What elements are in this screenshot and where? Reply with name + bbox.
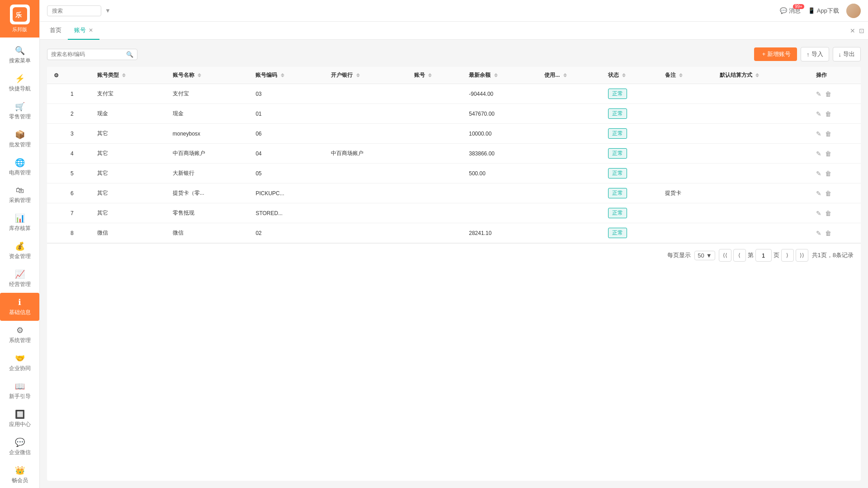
cell-usage bbox=[539, 183, 602, 203]
sidebar-item-operations-mgmt[interactable]: 📈 经营管理 bbox=[0, 265, 39, 293]
cell-latest-balance: 28241.10 bbox=[463, 223, 539, 243]
top-search-input[interactable] bbox=[47, 5, 101, 16]
cell-actions: ✎ 🗑 bbox=[811, 203, 861, 223]
delete-button[interactable]: 🗑 bbox=[825, 90, 831, 98]
cell-usage bbox=[539, 164, 602, 183]
action-buttons: ✎ 🗑 bbox=[816, 110, 855, 117]
cell-index: 5 bbox=[65, 164, 92, 183]
tab-close-icon[interactable]: ✕ bbox=[89, 27, 93, 33]
col-account-code[interactable]: 账号编码 bbox=[250, 67, 326, 84]
sidebar-item-label: 畅会员 bbox=[12, 477, 28, 484]
avatar[interactable] bbox=[846, 4, 861, 18]
col-note[interactable]: 备注 bbox=[660, 67, 714, 84]
edit-button[interactable]: ✎ bbox=[816, 130, 821, 137]
sidebar-item-search-menu[interactable]: 🔍 搜索菜单 bbox=[0, 41, 39, 69]
col-bank[interactable]: 开户银行 bbox=[326, 67, 409, 84]
col-account-no[interactable]: 账号 bbox=[409, 67, 463, 84]
page-first-button[interactable]: ⟨⟨ bbox=[719, 249, 731, 262]
sidebar-item-label: 库存核算 bbox=[9, 225, 31, 232]
edit-button[interactable]: ✎ bbox=[816, 110, 821, 117]
cell-usage bbox=[539, 104, 602, 124]
cell-account-name: 支付宝 bbox=[167, 84, 250, 104]
page-prev-button[interactable]: ⟨ bbox=[733, 249, 746, 262]
search-input[interactable] bbox=[51, 51, 126, 57]
sidebar-item-quick-nav[interactable]: ⚡ 快捷导航 bbox=[0, 69, 39, 97]
sidebar-item-enterprise-agreement[interactable]: 🤝 企业协同 bbox=[0, 349, 39, 377]
tab-home[interactable]: 首页 bbox=[43, 22, 68, 40]
message-badge: 99+ bbox=[793, 4, 804, 9]
cell-status: 正常 bbox=[603, 84, 660, 104]
edit-button[interactable]: ✎ bbox=[816, 90, 821, 98]
sidebar-item-wholesale-mgmt[interactable]: 📦 批发管理 bbox=[0, 125, 39, 153]
page-nav: ⟨⟨ ⟨ 第 页 ⟩ ⟩⟩ bbox=[719, 249, 808, 262]
tab-close-all-icon[interactable]: ✕ bbox=[850, 27, 855, 34]
sidebar-menu: 🔍 搜索菜单 ⚡ 快捷导航 🛒 零售管理 📦 批发管理 🌐 电商管理 🛍 采购管… bbox=[0, 38, 39, 488]
table-row: 7 其它 零售抵现 STORED... 正常 ✎ 🗑 bbox=[47, 203, 861, 223]
cell-status: 正常 bbox=[603, 124, 660, 144]
cell-settings bbox=[47, 84, 65, 104]
edit-button[interactable]: ✎ bbox=[816, 230, 821, 237]
cell-actions: ✎ 🗑 bbox=[811, 124, 861, 144]
cell-latest-balance: 500.00 bbox=[463, 164, 539, 183]
edit-button[interactable]: ✎ bbox=[816, 190, 821, 197]
toolbar-right: + 新增账号 ↑ 导入 ↓ 导出 bbox=[754, 47, 861, 61]
cell-bank bbox=[326, 164, 409, 183]
cell-account-code: STORED... bbox=[250, 203, 326, 223]
col-account-name[interactable]: 账号名称 bbox=[167, 67, 250, 84]
cell-settings bbox=[47, 203, 65, 223]
sidebar-item-basic-info[interactable]: ℹ 基础信息 bbox=[0, 293, 39, 321]
cell-usage bbox=[539, 203, 602, 223]
cell-status: 正常 bbox=[603, 223, 660, 243]
per-page-label: 每页显示 bbox=[667, 251, 691, 259]
page-size-value: 50 bbox=[698, 252, 704, 259]
col-settings[interactable]: ⚙ bbox=[47, 67, 65, 84]
cell-status: 正常 bbox=[603, 104, 660, 124]
sidebar-item-finance-mgmt[interactable]: 💰 资金管理 bbox=[0, 237, 39, 265]
delete-button[interactable]: 🗑 bbox=[825, 190, 831, 197]
edit-button[interactable]: ✎ bbox=[816, 170, 821, 177]
sidebar-item-member[interactable]: 👑 畅会员 bbox=[0, 461, 39, 488]
delete-button[interactable]: 🗑 bbox=[825, 110, 831, 117]
edit-button[interactable]: ✎ bbox=[816, 150, 821, 157]
sidebar-item-purchase-mgmt[interactable]: 🛍 采购管理 bbox=[0, 181, 39, 209]
top-bar: ▼ 💬 消息 99+ 📱 App下载 bbox=[40, 0, 868, 22]
cell-actions: ✎ 🗑 bbox=[811, 84, 861, 104]
sidebar-item-app-center[interactable]: 🔲 应用中心 bbox=[0, 405, 39, 433]
col-usage[interactable]: 使用... bbox=[539, 67, 602, 84]
sidebar-item-label: 批发管理 bbox=[9, 141, 31, 149]
message-button[interactable]: 💬 消息 99+ bbox=[780, 7, 801, 15]
col-account-type[interactable]: 账号类型 bbox=[92, 67, 167, 84]
tab-expand-icon[interactable]: ⊡ bbox=[859, 27, 864, 34]
delete-button[interactable]: 🗑 bbox=[825, 230, 831, 237]
table-row: 3 其它 moneybosx 06 10000.00 正常 ✎ 🗑 bbox=[47, 124, 861, 144]
top-bar-right: 💬 消息 99+ 📱 App下载 bbox=[780, 4, 861, 18]
delete-button[interactable]: 🗑 bbox=[825, 130, 831, 137]
delete-button[interactable]: 🗑 bbox=[825, 150, 831, 157]
app-download-button[interactable]: 📱 App下载 bbox=[808, 7, 839, 15]
tab-account[interactable]: 账号 ✕ bbox=[68, 22, 99, 40]
col-status[interactable]: 状态 bbox=[603, 67, 660, 84]
svg-text:乐: 乐 bbox=[15, 11, 22, 19]
sidebar-item-enterprise-wechat[interactable]: 💬 企业微信 bbox=[0, 433, 39, 461]
import-button[interactable]: ↑ 导入 bbox=[801, 47, 829, 61]
finance-icon: 💰 bbox=[15, 241, 25, 251]
sidebar-item-beginner-guide[interactable]: 📖 新手引导 bbox=[0, 377, 39, 405]
enterprise-icon: 🤝 bbox=[15, 353, 25, 363]
sidebar-item-system-mgmt[interactable]: ⚙ 系统管理 bbox=[0, 321, 39, 349]
cell-note bbox=[660, 144, 714, 164]
edit-button[interactable]: ✎ bbox=[816, 210, 821, 217]
sidebar-item-inventory-calc[interactable]: 📊 库存核算 bbox=[0, 209, 39, 237]
add-account-button[interactable]: + 新增账号 bbox=[754, 47, 797, 61]
col-default-settlement[interactable]: 默认结算方式 bbox=[714, 67, 811, 84]
page-number-input[interactable] bbox=[755, 249, 772, 262]
sidebar-item-retail-mgmt[interactable]: 🛒 零售管理 bbox=[0, 97, 39, 125]
sidebar-item-ecommerce-mgmt[interactable]: 🌐 电商管理 bbox=[0, 153, 39, 181]
page-last-button[interactable]: ⟩⟩ bbox=[796, 249, 808, 262]
delete-button[interactable]: 🗑 bbox=[825, 210, 831, 217]
page-next-button[interactable]: ⟩ bbox=[781, 249, 794, 262]
export-button[interactable]: ↓ 导出 bbox=[833, 47, 861, 61]
total-label: 共1页，8条记录 bbox=[812, 251, 854, 259]
col-latest-balance[interactable]: 最新余额 bbox=[463, 67, 539, 84]
page-size-select[interactable]: 50 ▼ bbox=[694, 251, 715, 260]
delete-button[interactable]: 🗑 bbox=[825, 170, 831, 177]
